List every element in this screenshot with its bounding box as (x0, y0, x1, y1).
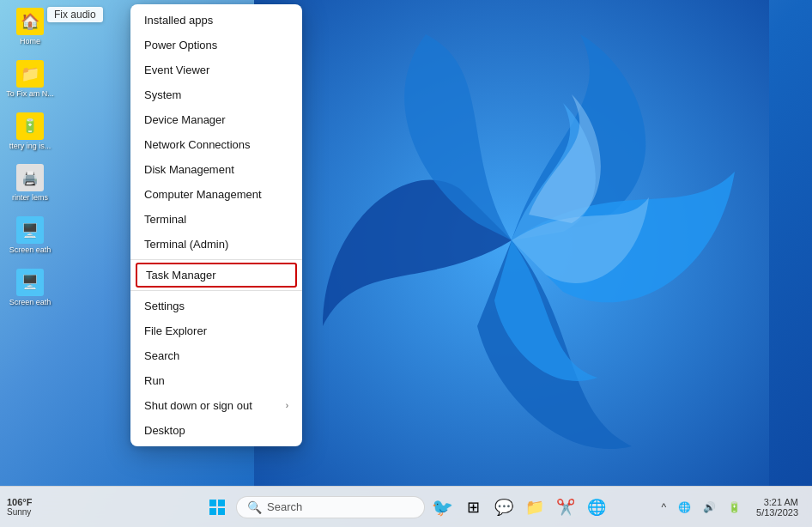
desktop-icon-6[interactable]: 🖥️ Screen eath (3, 265, 58, 311)
start-button[interactable] (202, 492, 233, 523)
svg-rect-4 (218, 508, 225, 515)
show-hidden-icons-button[interactable]: ^ (656, 498, 671, 517)
weather-condition: Sunny (7, 507, 32, 517)
svg-rect-3 (209, 508, 216, 515)
desktop-icon-5-label: Screen eath (9, 245, 52, 255)
desktop-icon-3-label: ttery ing is... (9, 142, 52, 151)
weather-widget[interactable]: 106°F Sunny (7, 497, 32, 517)
menu-item-disk-management[interactable]: Disk Management (130, 157, 302, 182)
battery-icon[interactable]: 🔋 (723, 498, 746, 517)
desktop-icon-4[interactable]: 🖨️ rinter lems (3, 161, 58, 206)
desktop: Fix audio 🏠 Home 📁 To Fix am N... 🔋 tter… (0, 0, 812, 527)
menu-item-task-manager[interactable]: Task Manager (136, 263, 297, 288)
taskbar-snip-icon[interactable]: ✂️ (552, 494, 579, 521)
taskbar-folder-icon[interactable]: 📁 (521, 494, 548, 521)
taskbar-left: 106°F Sunny (7, 497, 35, 517)
taskbar-view-icon[interactable]: ⊞ (459, 494, 487, 521)
taskbar-browser-icon[interactable]: 🌐 (583, 494, 610, 521)
desktop-icon-2[interactable]: 📁 To Fix am N... (3, 57, 58, 102)
taskbar-search-label: Search (267, 500, 302, 513)
desktop-icon-home[interactable]: 🏠 Home (3, 4, 58, 50)
menu-item-event-viewer[interactable]: Event Viewer (130, 58, 302, 82)
clock-widget[interactable]: 3:21 AM 5/13/2023 (749, 495, 805, 519)
system-tray: ^ 🌐 🔊 🔋 (656, 498, 746, 517)
desktop-icon-home-label: Home (20, 37, 40, 46)
desktop-icons-area: 🏠 Home 📁 To Fix am N... 🔋 ttery ing is..… (0, 0, 60, 486)
svg-rect-2 (218, 500, 225, 506)
menu-item-network-connections[interactable]: Network Connections (130, 132, 302, 157)
clock-time: 3:21 AM (764, 497, 798, 507)
desktop-icon-5[interactable]: 🖥️ Screen eath (3, 213, 58, 258)
menu-item-installed-apps[interactable]: Installed apps (130, 8, 302, 33)
menu-item-device-manager[interactable]: Device Manager (130, 107, 302, 132)
menu-separator-1 (130, 259, 302, 260)
windows-logo-icon (209, 500, 225, 515)
menu-item-power-options[interactable]: Power Options (130, 33, 302, 58)
menu-item-search[interactable]: Search (130, 343, 302, 368)
search-icon: 🔍 (247, 500, 262, 514)
clock-date: 5/13/2023 (756, 507, 798, 518)
taskbar-right: ^ 🌐 🔊 🔋 3:21 AM 5/13/2023 (656, 495, 805, 519)
menu-item-terminal[interactable]: Terminal (130, 207, 302, 232)
desktop-icon-3[interactable]: 🔋 ttery ing is... (3, 109, 58, 154)
taskbar: 106°F Sunny 🔍 Search 🐦 ⊞ (0, 486, 812, 527)
menu-item-desktop[interactable]: Desktop (130, 418, 302, 443)
taskbar-teams-icon[interactable]: 💬 (490, 494, 518, 521)
context-menu: Installed apps Power Options Event Viewe… (130, 4, 302, 446)
shut-down-arrow-icon: › (286, 401, 288, 410)
weather-temperature: 106°F (7, 497, 32, 507)
menu-item-run[interactable]: Run (130, 368, 302, 393)
desktop-icon-4-label: rinter lems (12, 193, 48, 203)
menu-separator-2 (130, 290, 302, 291)
menu-item-settings[interactable]: Settings (130, 294, 302, 318)
desktop-icon-2-label: To Fix am N... (6, 89, 54, 99)
network-icon[interactable]: 🌐 (673, 498, 696, 517)
desktop-icon-6-label: Screen eath (9, 298, 52, 307)
taskbar-search[interactable]: 🔍 Search (236, 496, 425, 518)
menu-item-terminal-admin[interactable]: Terminal (Admin) (130, 232, 302, 257)
taskbar-center: 🔍 Search 🐦 ⊞ 💬 📁 ✂️ 🌐 (202, 492, 610, 523)
svg-rect-1 (209, 500, 216, 506)
desktop-wallpaper (254, 0, 769, 489)
menu-item-shut-down[interactable]: Shut down or sign out › (130, 393, 302, 418)
volume-icon[interactable]: 🔊 (698, 498, 721, 517)
menu-item-file-explorer[interactable]: File Explorer (130, 318, 302, 343)
menu-item-computer-management[interactable]: Computer Management (130, 182, 302, 207)
taskbar-bird-icon[interactable]: 🐦 (428, 494, 456, 521)
menu-item-system[interactable]: System (130, 82, 302, 107)
